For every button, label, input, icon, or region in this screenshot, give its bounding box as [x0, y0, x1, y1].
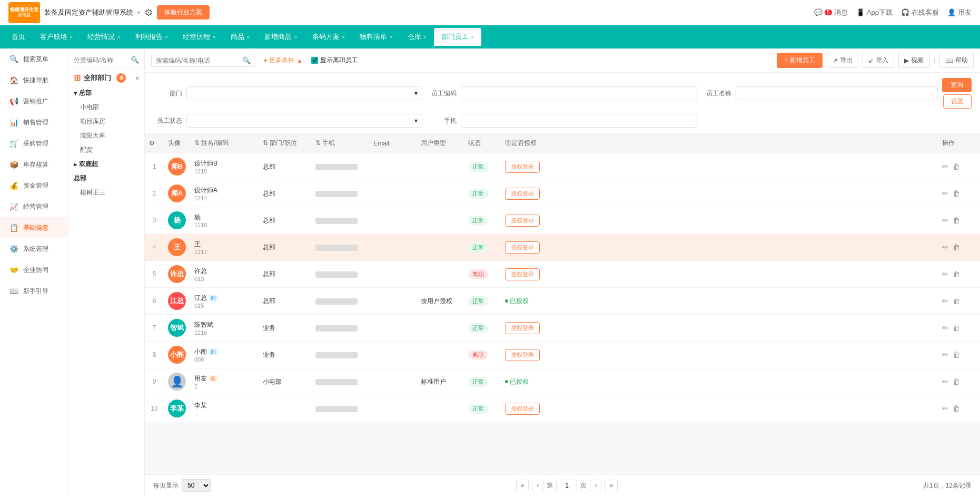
last-page-btn[interactable]: »	[605, 480, 618, 491]
dept-tree-peihuo[interactable]: 配货	[68, 143, 144, 157]
auth-button[interactable]: 授权登录	[505, 188, 540, 200]
col-dept[interactable]: ⇅ 部门/职位	[259, 133, 311, 153]
settings-button[interactable]: 设置	[943, 94, 972, 109]
help-button[interactable]: 📖 帮助	[939, 53, 974, 68]
page-number-input[interactable]	[556, 480, 577, 491]
close-operations-tab[interactable]: ×	[117, 34, 120, 40]
edit-icon[interactable]: ✏	[942, 162, 948, 171]
empstatus-filter-select[interactable]: ▾	[186, 114, 422, 128]
edit-icon[interactable]: ✏	[942, 243, 948, 251]
edit-icon[interactable]: ✏	[942, 324, 948, 332]
prev-page-btn[interactable]: ‹	[532, 480, 543, 491]
dept-tree-shuangluxiang[interactable]: ▸ 双鹿想	[68, 157, 144, 171]
add-employee-button[interactable]: + 新增员工	[777, 53, 822, 68]
dept-filter-select[interactable]: ▾	[186, 86, 422, 100]
first-page-btn[interactable]: «	[516, 480, 529, 491]
sidebar-item-shortcut[interactable]: 🏠 快捷导航	[0, 70, 68, 91]
sidebar-item-purchase[interactable]: 🛒 采购管理	[0, 133, 68, 154]
tab-warehouse[interactable]: 仓库 ×	[400, 28, 434, 46]
show-resigned-toggle[interactable]: 显示离职员工	[311, 56, 358, 65]
col-settings[interactable]: ⚙	[145, 133, 164, 153]
sidebar-item-inventory[interactable]: 📦 库存核算	[0, 154, 68, 175]
close-history-tab[interactable]: ×	[212, 34, 215, 40]
edit-icon[interactable]: ✏	[942, 404, 948, 413]
col-name[interactable]: ⇅ 姓名/编码	[190, 133, 259, 153]
tab-home[interactable]: 首页	[4, 28, 33, 46]
auth-button[interactable]: 授权登录	[505, 241, 540, 254]
close-warehouse-tab[interactable]: ×	[423, 34, 427, 40]
tab-bom[interactable]: 物料清单 ×	[352, 28, 400, 46]
system-dropdown-arrow[interactable]: ▾	[137, 9, 140, 15]
show-resigned-checkbox[interactable]	[311, 57, 318, 64]
tab-profit[interactable]: 利润报告 ×	[128, 28, 175, 46]
close-bom-tab[interactable]: ×	[389, 34, 392, 40]
close-profit-tab[interactable]: ×	[165, 34, 168, 40]
edit-icon[interactable]: ✏	[942, 297, 948, 305]
auth-button[interactable]: 授权登录	[505, 403, 540, 415]
empcode-filter-input[interactable]	[461, 86, 697, 100]
tab-history[interactable]: 经营历程 ×	[175, 28, 223, 46]
collapse-dept-icon[interactable]: «	[135, 74, 139, 82]
col-phone[interactable]: ⇅ 手机	[311, 133, 369, 153]
tab-new-goods[interactable]: 新增商品 ×	[257, 28, 304, 46]
sidebar-item-operations[interactable]: 📈 经营管理	[0, 196, 68, 217]
per-page-select[interactable]: 50 20 100	[182, 479, 211, 492]
dept-tree-zonbu2[interactable]: 总部	[68, 171, 144, 186]
delete-icon[interactable]: 🗑	[953, 162, 960, 171]
sidebar-item-collab[interactable]: 🤝 企业协同	[0, 259, 68, 280]
empname-filter-input[interactable]	[736, 86, 938, 100]
auth-button[interactable]: 授权登录	[505, 268, 540, 280]
edit-icon[interactable]: ✏	[942, 351, 948, 359]
tab-barcode[interactable]: 条码方案 ×	[305, 28, 352, 46]
delete-icon[interactable]: 🗑	[953, 189, 960, 198]
tab-operations[interactable]: 经营情况 ×	[80, 28, 127, 46]
delete-icon[interactable]: 🗑	[953, 377, 960, 386]
trial-button[interactable]: 体验行业方案	[157, 5, 210, 20]
edit-icon[interactable]: ✏	[942, 216, 948, 225]
search-button[interactable]: 查询	[942, 78, 972, 92]
dept-tree-zhishu[interactable]: 植树王三	[68, 186, 144, 200]
export-button[interactable]: ↗ 导出	[827, 53, 858, 68]
delete-icon[interactable]: 🗑	[953, 351, 960, 359]
auth-button[interactable]: 授权登录	[505, 322, 540, 334]
sidebar-item-marketing[interactable]: 📢 营销推广	[0, 91, 68, 112]
delete-icon[interactable]: 🗑	[953, 297, 960, 305]
next-page-btn[interactable]: ›	[590, 480, 601, 491]
sidebar-item-search[interactable]: 🔍 搜索菜单	[0, 48, 68, 70]
close-department-tab[interactable]: ×	[471, 34, 474, 40]
settings-icon[interactable]: ⚙	[144, 7, 153, 18]
phone-filter-input[interactable]	[461, 114, 697, 128]
dept-tree-xiaodibu[interactable]: 小电部	[68, 100, 144, 114]
edit-icon[interactable]: ✏	[942, 377, 948, 386]
close-goods-tab[interactable]: ×	[246, 34, 250, 40]
dept-search-icon[interactable]: 🔍	[131, 56, 139, 64]
close-barcode-tab[interactable]: ×	[342, 34, 345, 40]
dept-tree-shenyangdaku[interactable]: 沈阳大库	[68, 129, 144, 143]
tab-customer[interactable]: 客户联络 ×	[33, 28, 80, 46]
tab-goods[interactable]: 商品 ×	[223, 28, 257, 46]
dept-all-button[interactable]: ⊞ 全部部门 ⚙ «	[68, 70, 144, 86]
app-download-link[interactable]: 📱 App下载	[856, 8, 893, 17]
more-filters-btn[interactable]: ▾ 更多条件 ▲	[260, 54, 307, 67]
dept-tree-group-zonbu[interactable]: ▾ 总部	[68, 86, 144, 100]
auth-button[interactable]: 授权登录	[505, 161, 540, 173]
delete-icon[interactable]: 🗑	[953, 324, 960, 332]
message-icon-area[interactable]: 💬 5 消息	[814, 8, 848, 17]
delete-icon[interactable]: 🗑	[953, 243, 960, 251]
view-button[interactable]: ▶ 视频	[898, 53, 929, 68]
delete-icon[interactable]: 🗑	[953, 216, 960, 225]
close-new-goods-tab[interactable]: ×	[294, 34, 297, 40]
employee-search-input[interactable]	[156, 57, 240, 64]
sidebar-item-finance[interactable]: 💰 资金管理	[0, 175, 68, 196]
import-button[interactable]: ↙ 导入	[863, 53, 894, 68]
sidebar-item-basicinfo[interactable]: 📋 基础信息	[0, 217, 68, 238]
close-customer-tab[interactable]: ×	[70, 34, 73, 40]
auth-button[interactable]: 授权登录	[505, 349, 540, 361]
auth-button[interactable]: 授权登录	[505, 215, 540, 227]
edit-icon[interactable]: ✏	[942, 189, 948, 198]
tab-department[interactable]: 部门员工 ×	[434, 28, 481, 46]
delete-icon[interactable]: 🗑	[953, 270, 960, 278]
dept-tree-xiangmuku[interactable]: 项目库房	[68, 114, 144, 129]
employee-search-icon[interactable]: 🔍	[242, 56, 251, 64]
edit-icon[interactable]: ✏	[942, 270, 948, 278]
